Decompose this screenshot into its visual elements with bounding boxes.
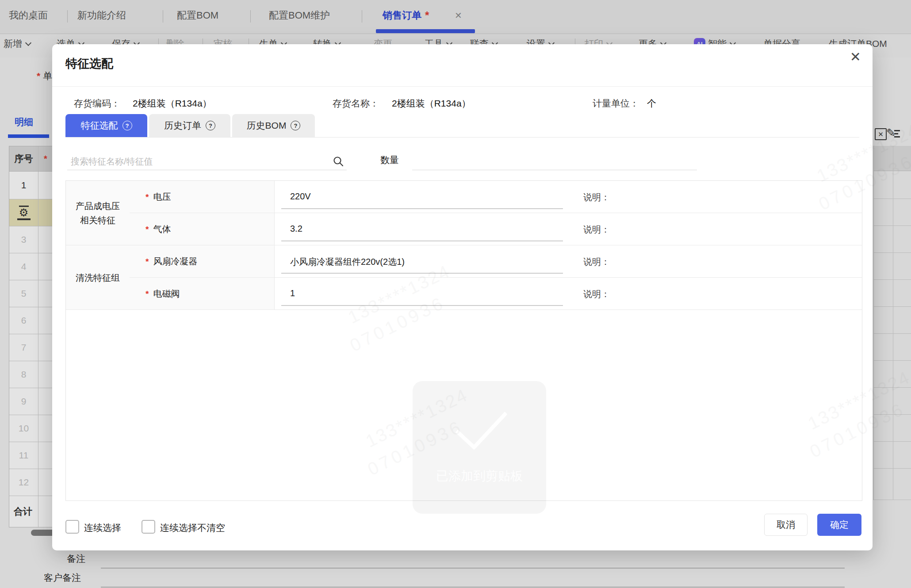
required-icon: * — [145, 225, 149, 234]
dialog-title: 特征选配 — [65, 56, 113, 72]
item-code-label: 存货编码： — [74, 97, 120, 110]
item-name-label: 存货名称： — [333, 97, 379, 110]
question-icon[interactable]: ? — [291, 121, 300, 130]
quantity-field — [412, 150, 697, 170]
feature-label-solenoid-valve: * 电磁阀 — [130, 278, 275, 310]
tab-feature-selection[interactable]: 特征选配 ? — [65, 114, 147, 137]
required-icon: * — [145, 192, 149, 202]
required-icon: * — [145, 257, 149, 267]
note-label: 说明： — [583, 288, 610, 300]
tabs-divider — [65, 137, 859, 137]
continuous-select-label: 连续选择 — [84, 522, 121, 534]
toast-message: 已添加到剪贴板 — [413, 468, 546, 485]
continuous-select-checkbox[interactable] — [65, 520, 79, 534]
unit-value: 个 — [647, 97, 656, 110]
feature-group-cleaning: 清洗特征组 — [66, 245, 130, 310]
clipboard-toast: 已添加到剪贴板 — [413, 381, 546, 514]
question-icon[interactable]: ? — [122, 121, 132, 130]
confirm-button[interactable]: 确定 — [817, 514, 861, 536]
required-icon: * — [145, 289, 149, 299]
continuous-select-keep-label: 连续选择不清空 — [160, 522, 225, 534]
note-label: 说明： — [583, 191, 610, 203]
tab-history-bom[interactable]: 历史BOM ? — [232, 114, 315, 137]
continuous-select-keep-checkbox[interactable] — [142, 520, 155, 534]
note-label: 说明： — [583, 256, 610, 268]
dialog-close-icon[interactable]: ✕ — [850, 50, 861, 64]
item-name-value: 2楼组装（R134a） — [392, 97, 471, 110]
unit-label: 计量单位： — [593, 97, 639, 110]
feature-selection-dialog: 特征选配 ✕ 存货编码： 2楼组装（R134a） 存货名称： 2楼组装（R134… — [52, 44, 873, 550]
group-divider — [66, 245, 862, 245]
dialog-header-divider — [52, 86, 873, 87]
feature-label-gas: * 气体 — [130, 213, 275, 245]
feature-search-field — [67, 150, 347, 170]
question-icon[interactable]: ? — [206, 121, 215, 130]
item-code-value: 2楼组装（R134a） — [133, 97, 212, 110]
tab-history-orders[interactable]: 历史订单 ? — [149, 114, 230, 137]
quantity-input[interactable] — [415, 156, 691, 167]
row-divider — [130, 277, 862, 278]
feature-input-underline[interactable] — [281, 241, 563, 241]
feature-input-underline[interactable] — [281, 305, 563, 306]
quantity-label: 数量 — [380, 154, 399, 166]
check-icon — [455, 397, 508, 450]
feature-value-gas[interactable]: 3.2 — [290, 224, 302, 234]
feature-label-voltage: * 电压 — [130, 181, 275, 213]
feature-input-underline[interactable] — [281, 208, 563, 209]
feature-value-voltage[interactable]: 220V — [290, 191, 311, 202]
cancel-button[interactable]: 取消 — [764, 514, 808, 536]
feature-value-fan-condenser[interactable]: 小风扇冷凝器组件220v(2选1) — [290, 256, 405, 268]
feature-input-underline[interactable] — [281, 273, 563, 274]
row-divider — [66, 309, 862, 310]
search-icon[interactable] — [333, 156, 344, 167]
feature-label-fan-condenser: * 风扇冷凝器 — [130, 245, 275, 278]
row-divider — [130, 213, 862, 213]
note-label: 说明： — [583, 224, 610, 236]
search-input[interactable] — [70, 156, 319, 167]
feature-group-voltage: 产品成电压相关特征 — [66, 181, 130, 245]
feature-value-solenoid-valve[interactable]: 1 — [290, 288, 295, 298]
